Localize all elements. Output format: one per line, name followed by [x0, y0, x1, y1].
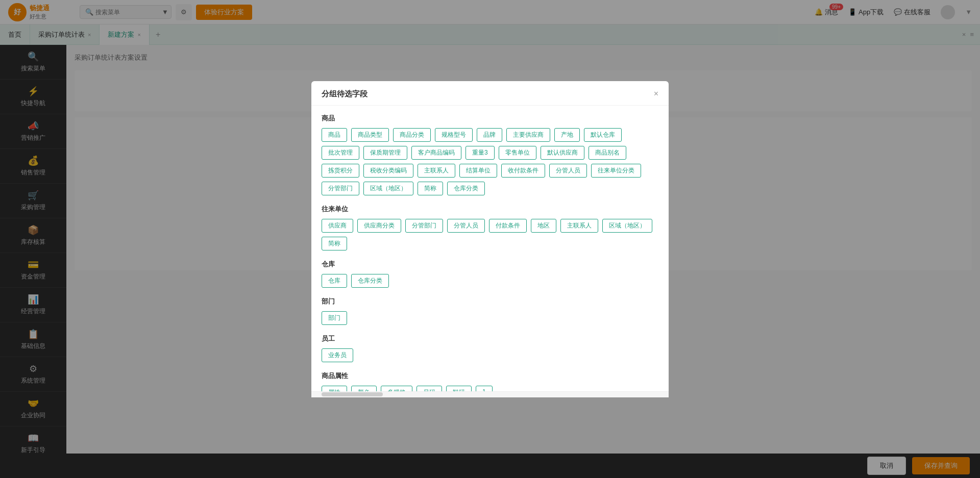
section-title-1: 往来单位 [322, 205, 658, 214]
field-section-0: 商品商品商品类型商品分类规格型号品牌主要供应商产地默认仓库批次管理保质期管理客户… [322, 114, 658, 195]
field-tag-0-16[interactable]: 税收分类编码 [363, 164, 413, 178]
field-tag-1-6[interactable]: 主联系人 [560, 219, 598, 233]
field-section-5: 商品属性属性颜色多规格尺码鞋码1 [322, 371, 658, 392]
modal-header: 分组待选字段 × [311, 81, 669, 106]
field-tag-0-2[interactable]: 商品分类 [393, 128, 431, 142]
field-tag-0-21[interactable]: 往来单位分类 [591, 164, 641, 178]
modal-close-button[interactable]: × [654, 89, 658, 98]
field-tags-2: 仓库仓库分类 [322, 274, 658, 288]
field-tag-0-12[interactable]: 零售单位 [499, 146, 536, 160]
field-tag-1-8[interactable]: 简称 [322, 237, 347, 250]
field-tag-0-15[interactable]: 拣货积分 [322, 164, 359, 178]
field-section-4: 员工业务员 [322, 334, 658, 362]
field-tag-0-0[interactable]: 商品 [322, 128, 347, 142]
field-tag-5-2[interactable]: 多规格 [381, 386, 412, 392]
section-title-0: 商品 [322, 114, 658, 123]
field-tags-1: 供应商供应商分类分管部门分管人员付款条件地区主联系人区域（地区）简称 [322, 219, 658, 250]
field-tag-0-6[interactable]: 产地 [554, 128, 580, 142]
modal-horizontal-scrollbar[interactable] [311, 391, 669, 397]
field-tag-0-14[interactable]: 商品别名 [589, 146, 626, 160]
field-tag-1-3[interactable]: 分管人员 [447, 219, 485, 233]
modal-title: 分组待选字段 [322, 89, 368, 99]
field-tag-0-11[interactable]: 重量3 [465, 146, 495, 160]
field-section-2: 仓库仓库仓库分类 [322, 260, 658, 288]
field-tag-1-5[interactable]: 地区 [531, 219, 556, 233]
field-tag-3-0[interactable]: 部门 [322, 311, 347, 325]
field-tag-0-25[interactable]: 仓库分类 [447, 182, 485, 195]
section-title-4: 员工 [322, 334, 658, 343]
field-tag-1-4[interactable]: 付款条件 [489, 219, 527, 233]
field-tag-0-20[interactable]: 分管人员 [549, 164, 587, 178]
field-tag-0-13[interactable]: 默认供应商 [541, 146, 584, 160]
field-tag-0-23[interactable]: 区域（地区） [363, 182, 413, 195]
field-tag-1-2[interactable]: 分管部门 [405, 219, 443, 233]
field-tags-3: 部门 [322, 311, 658, 325]
field-tag-1-1[interactable]: 供应商分类 [357, 219, 401, 233]
field-select-modal: 分组待选字段 × 商品商品商品类型商品分类规格型号品牌主要供应商产地默认仓库批次… [311, 81, 669, 397]
modal-body: 商品商品商品类型商品分类规格型号品牌主要供应商产地默认仓库批次管理保质期管理客户… [311, 106, 669, 392]
field-tag-0-3[interactable]: 规格型号 [435, 128, 473, 142]
field-tag-0-9[interactable]: 保质期管理 [363, 146, 407, 160]
field-tag-0-5[interactable]: 主要供应商 [506, 128, 550, 142]
field-tags-0: 商品商品类型商品分类规格型号品牌主要供应商产地默认仓库批次管理保质期管理客户商品… [322, 128, 658, 195]
field-tag-5-4[interactable]: 鞋码 [446, 386, 472, 392]
section-title-5: 商品属性 [322, 371, 658, 381]
section-title-2: 仓库 [322, 260, 658, 269]
field-tag-2-0[interactable]: 仓库 [322, 274, 347, 288]
field-tag-0-7[interactable]: 默认仓库 [584, 128, 622, 142]
section-title-3: 部门 [322, 297, 658, 306]
field-tag-5-1[interactable]: 颜色 [351, 386, 377, 392]
field-tag-5-5[interactable]: 1 [476, 386, 493, 392]
field-tag-5-3[interactable]: 尺码 [416, 386, 442, 392]
field-tags-5: 属性颜色多规格尺码鞋码1 [322, 386, 658, 392]
field-tag-0-8[interactable]: 批次管理 [322, 146, 359, 160]
field-tag-5-0[interactable]: 属性 [322, 386, 347, 392]
modal-overlay: 分组待选字段 × 商品商品商品类型商品分类规格型号品牌主要供应商产地默认仓库批次… [0, 0, 980, 478]
field-section-1: 往来单位供应商供应商分类分管部门分管人员付款条件地区主联系人区域（地区）简称 [322, 205, 658, 250]
field-tag-0-22[interactable]: 分管部门 [322, 182, 359, 195]
field-tag-1-0[interactable]: 供应商 [322, 219, 353, 233]
modal-hscroll-thumb[interactable] [322, 392, 383, 396]
field-tag-4-0[interactable]: 业务员 [322, 348, 353, 362]
field-tags-4: 业务员 [322, 348, 658, 362]
field-tag-0-1[interactable]: 商品类型 [351, 128, 389, 142]
field-section-3: 部门部门 [322, 297, 658, 325]
field-tag-2-1[interactable]: 仓库分类 [351, 274, 389, 288]
field-tag-0-19[interactable]: 收付款条件 [501, 164, 545, 178]
field-tag-0-18[interactable]: 结算单位 [459, 164, 497, 178]
field-tag-0-24[interactable]: 简称 [418, 182, 443, 195]
field-tag-0-4[interactable]: 品牌 [477, 128, 502, 142]
field-tag-1-7[interactable]: 区域（地区） [602, 219, 652, 233]
field-tag-0-10[interactable]: 客户商品编码 [411, 146, 461, 160]
field-tag-0-17[interactable]: 主联系人 [418, 164, 455, 178]
